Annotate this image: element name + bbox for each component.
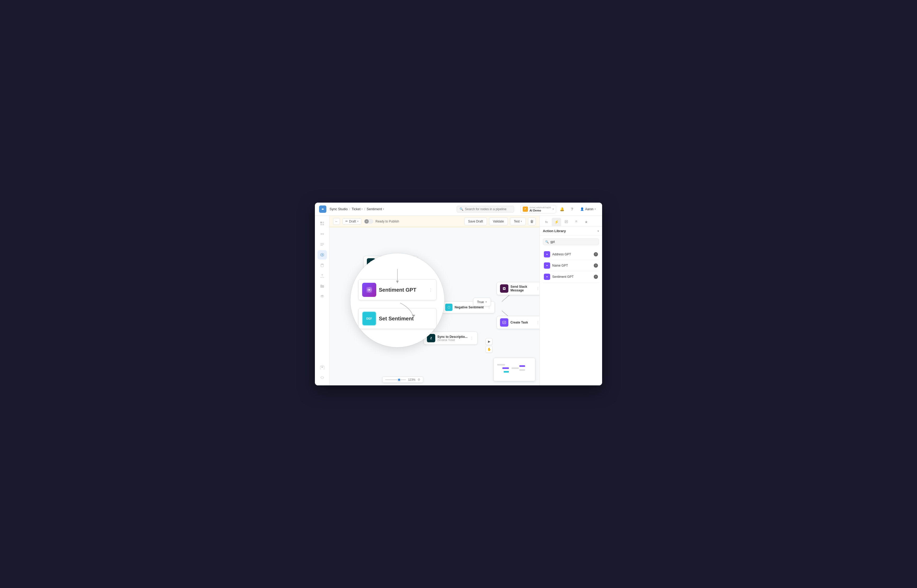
test-label: Test xyxy=(514,220,520,223)
svg-rect-4 xyxy=(323,224,324,225)
delete-button[interactable]: 🗑 xyxy=(528,218,536,225)
zoom-handle[interactable] xyxy=(397,378,401,381)
tab-stack[interactable] xyxy=(572,218,581,226)
svg-marker-22 xyxy=(412,315,415,317)
gpt-magnified-menu[interactable]: ⋮ xyxy=(428,288,433,292)
hand-icon[interactable]: ✋ xyxy=(486,346,492,353)
panel-search-input[interactable] xyxy=(551,240,597,244)
stack-icon xyxy=(575,220,578,224)
sidebar-item-data[interactable] xyxy=(318,260,327,270)
star-icon: ★ xyxy=(584,220,588,224)
sidebar-item-dashboard[interactable] xyxy=(318,219,327,228)
true-label: True xyxy=(477,300,484,304)
svg-point-31 xyxy=(547,254,547,255)
sync-to-desc-menu[interactable]: ⋮ xyxy=(470,336,474,341)
sentiment-gpt-help[interactable]: ? xyxy=(594,275,598,279)
test-button[interactable]: Test ▾ xyxy=(510,218,526,225)
svg-rect-1 xyxy=(320,222,322,223)
name-gpt-help[interactable]: ? xyxy=(594,263,598,268)
svg-rect-20 xyxy=(366,287,372,293)
panel-search[interactable]: 🔍 xyxy=(543,238,599,245)
breadcrumb-sentiment-chevron: ▾ xyxy=(383,208,384,210)
mini-node-3 xyxy=(504,371,509,373)
user-menu-button[interactable]: 👤 Aaron ▾ xyxy=(578,206,598,212)
sync-to-desc-node[interactable]: Z Sync to Descriptio... Zendesk Ticket ⋮ xyxy=(423,331,478,345)
svg-point-6 xyxy=(323,233,324,235)
sidebar-item-pipelines[interactable] xyxy=(318,250,327,260)
title-bar: Sync Studio / Ticket ▾ / Sentiment ▾ 🔍 P… xyxy=(315,203,602,216)
search-input[interactable] xyxy=(465,207,511,211)
mini-node-6 xyxy=(519,369,525,371)
main-layout: ← ✏ Draft ▾ × Ready to Publish Save Draf… xyxy=(315,216,602,385)
partner-icon: P xyxy=(523,207,528,212)
navigate-icon[interactable]: ▶ xyxy=(486,338,492,345)
panel-tabs: fx ⚡ xyxy=(540,216,602,226)
mini-node-2 xyxy=(502,367,509,369)
breadcrumb: Sync Studio / Ticket ▾ / Sentiment ▾ xyxy=(329,207,384,211)
panel-chevron[interactable]: ▾ xyxy=(597,229,599,233)
zoom-slider[interactable] xyxy=(385,380,406,380)
svg-rect-30 xyxy=(565,222,567,223)
status-toggle[interactable]: × Ready to Publish xyxy=(364,219,399,224)
create-task-node[interactable]: Create Task ⋮ xyxy=(497,316,539,329)
right-panel: fx ⚡ xyxy=(539,216,602,385)
svg-rect-27 xyxy=(503,321,506,324)
global-search[interactable]: 🔍 xyxy=(457,206,514,213)
task-menu[interactable]: ⋮ xyxy=(536,320,539,325)
panel-title: Action Library xyxy=(543,229,595,233)
search-icon: 🔍 xyxy=(460,207,463,211)
address-gpt-help[interactable]: ? xyxy=(594,252,598,257)
svg-rect-8 xyxy=(320,243,324,244)
svg-point-12 xyxy=(321,264,323,265)
sidebar-item-upload[interactable] xyxy=(318,271,327,280)
sidebar-item-layers[interactable] xyxy=(318,292,327,301)
tab-star[interactable]: ★ xyxy=(581,218,591,226)
draft-chevron: ▾ xyxy=(357,220,358,223)
canvas[interactable]: Z Sync from Comme... Zendesk Ticket ⋮ xyxy=(329,227,539,385)
tab-fx[interactable]: fx xyxy=(542,218,551,226)
tab-lightning[interactable]: ⚡ xyxy=(552,218,561,226)
tab-layers[interactable] xyxy=(562,218,571,226)
breadcrumb-sentiment[interactable]: Sentiment ▾ xyxy=(366,207,384,211)
breadcrumb-sync-studio[interactable]: Sync Studio xyxy=(329,207,347,211)
save-draft-button[interactable]: Save Draft xyxy=(464,218,487,225)
gpt-title-large: Sentiment GPT xyxy=(379,287,426,293)
slack-icon xyxy=(500,284,509,293)
svg-point-32 xyxy=(547,265,547,266)
sidebar-item-expand[interactable] xyxy=(318,373,327,382)
sidebar-item-folder[interactable] xyxy=(318,281,327,291)
svg-rect-26 xyxy=(504,287,505,288)
action-item-name-gpt[interactable]: Name GPT ? xyxy=(542,260,600,271)
breadcrumb-ticket[interactable]: Ticket ▾ xyxy=(352,207,363,211)
svg-point-11 xyxy=(322,254,323,255)
svg-rect-24 xyxy=(505,288,505,290)
title-bar-right: P SYNCARIPARTNER AI Demo ▾ 🔔 ? 👤 Aaron ▾ xyxy=(520,205,598,213)
panel-search-icon: 🔍 xyxy=(545,240,549,244)
sync-to-desc-subtitle: Zendesk Ticket xyxy=(438,339,467,341)
sidebar-item-settings[interactable] xyxy=(318,362,327,372)
back-button[interactable]: ← xyxy=(333,218,340,225)
slack-menu[interactable]: ⋮ xyxy=(536,286,539,291)
sidebar-bottom xyxy=(318,362,327,382)
true-condition-node[interactable]: True ▾ xyxy=(473,298,491,306)
toggle-switch[interactable]: × xyxy=(364,219,373,224)
circle-arrow-svg xyxy=(395,269,400,284)
draft-button[interactable]: ✏ Draft ▾ xyxy=(342,218,362,225)
validate-button[interactable]: Validate xyxy=(489,218,508,225)
task-icon xyxy=(500,318,509,326)
gpt-icon-large xyxy=(362,283,376,297)
draft-label: Draft xyxy=(349,220,356,223)
notifications-button[interactable]: 🔔 xyxy=(558,205,566,213)
sidebar-item-list[interactable] xyxy=(318,240,327,249)
action-item-sentiment-gpt[interactable]: Sentiment GPT ? xyxy=(542,271,600,283)
breadcrumb-sep-1: / xyxy=(349,207,350,211)
def-icon-large: DEF xyxy=(362,312,376,326)
action-item-address-gpt[interactable]: Address GPT ? xyxy=(542,249,600,260)
help-button[interactable]: ? xyxy=(568,205,576,213)
layers-icon xyxy=(565,220,568,224)
sidebar-item-connections[interactable] xyxy=(318,229,327,239)
mini-node-1 xyxy=(497,364,505,365)
send-slack-node[interactable]: Send Slack Message ⋮ xyxy=(497,282,539,295)
breadcrumb-ticket-chevron: ▾ xyxy=(362,208,363,210)
zoom-settings-icon[interactable]: ⚙ xyxy=(418,378,420,381)
